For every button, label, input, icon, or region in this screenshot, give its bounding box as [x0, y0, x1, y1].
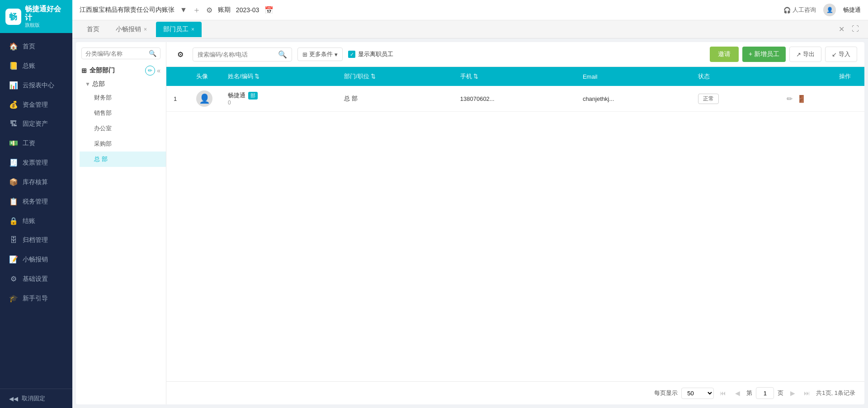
col-action: 操作	[779, 67, 864, 86]
page-word: 第	[746, 389, 752, 397]
cell-name: 畅捷通 部 0	[221, 86, 337, 112]
dept-tree: ▼ 总部 财务部 销售部 办公室 采购部 总 部	[76, 78, 166, 167]
dept-panel: 🔍 ⊞ 全部部门 ✏ « ▼ 总部 财务部 销售部 办公室	[76, 42, 166, 404]
sidebar-item-guide[interactable]: 🎓新手引导	[0, 289, 72, 308]
tab-close-expense[interactable]: ×	[144, 26, 147, 33]
page-label: 页	[778, 389, 783, 397]
expense-icon: 📝	[9, 255, 18, 264]
sidebar-item-tax[interactable]: 📋税务管理	[0, 192, 72, 211]
dept-item-sales[interactable]: 销售部	[80, 105, 166, 121]
sidebar-item-assets[interactable]: 🏗固定资产	[0, 114, 72, 133]
sidebar-item-settings[interactable]: ⚙基础设置	[0, 269, 72, 289]
cell-phone: 138070602...	[453, 86, 576, 112]
employee-search-box[interactable]: 🔍	[193, 47, 292, 62]
company-name: 江西服宝精品有限责任公司内账张	[80, 6, 175, 14]
settings-col-icon[interactable]: ⚙	[174, 50, 187, 59]
edit-employee-button[interactable]: ✏	[787, 95, 793, 103]
inventory-icon: 📦	[9, 178, 18, 186]
cell-num: 1	[166, 86, 189, 112]
company-dropdown-icon[interactable]: ▼	[180, 6, 187, 14]
sidebar-item-close[interactable]: 🔒结账	[0, 211, 72, 231]
dept-collapse-icon[interactable]: «	[157, 67, 160, 74]
dept-header-icons: ✏ «	[145, 66, 160, 76]
logout-employee-button[interactable]: 🚪	[797, 95, 806, 103]
dept-item-general[interactable]: 总 部	[80, 152, 166, 167]
archive-icon: 🗄	[9, 236, 18, 244]
tab-employees[interactable]: 部门员工×	[156, 22, 202, 37]
col-email: Email	[576, 67, 691, 86]
home-icon: 🏠	[9, 42, 18, 51]
settings-icon: ⚙	[9, 275, 18, 283]
employee-name: 畅捷通	[228, 91, 245, 100]
tab-label-employees: 部门员工	[163, 25, 189, 33]
next-page-button[interactable]: ▶	[787, 388, 798, 399]
sidebar-item-label-invoice: 发票管理	[23, 159, 48, 167]
ledger-icon: 📒	[9, 62, 18, 70]
dept-edit-button[interactable]: ✏	[145, 66, 155, 76]
sidebar-item-salary[interactable]: 💵工资	[0, 133, 72, 153]
dept-search-input[interactable]	[85, 50, 147, 57]
close-all-tab-button[interactable]: ✕	[837, 23, 846, 35]
tab-close-employees[interactable]: ×	[191, 26, 194, 33]
sidebar-item-reports[interactable]: 📊云报表中心	[0, 76, 72, 95]
sidebar-item-label-home: 首页	[23, 43, 35, 51]
add-employee-button[interactable]: + 新增员工	[742, 47, 786, 62]
dept-item-office[interactable]: 办公室	[80, 121, 166, 136]
action-icons: ✏ 🚪	[787, 95, 857, 103]
sidebar-item-label-assets: 固定资产	[23, 120, 48, 128]
employee-search-input[interactable]	[198, 51, 275, 58]
col-name[interactable]: 姓名/编码 ⇅	[221, 67, 337, 86]
sidebar: 畅 畅捷通好会计 旗舰版 🏠首页📒总账📊云报表中心💰资金管理🏗固定资产💵工资🧾发…	[0, 0, 72, 408]
avatar: 👤	[196, 90, 212, 107]
table-row: 1 👤 畅捷通 部 0 总 部 138070602... chanjethkj.…	[166, 86, 864, 112]
service-button[interactable]: 🎧 人工咨询	[783, 6, 816, 14]
dept-item-purchase[interactable]: 采购部	[80, 136, 166, 152]
all-dept-header[interactable]: ⊞ 全部部门 ✏ «	[76, 63, 166, 78]
last-page-button[interactable]: ⏭	[802, 388, 812, 399]
export-icon: ↗	[796, 51, 801, 58]
settings-icon[interactable]: ⚙	[206, 6, 212, 14]
page-total: 共1页, 1条记录	[816, 389, 855, 397]
employee-table-wrap: 头像 姓名/编码 ⇅ 部门/职位 ⇅ 手机 ⇅ Email 状态	[166, 67, 864, 381]
tab-expense[interactable]: 小畅报销×	[108, 22, 154, 37]
col-dept[interactable]: 部门/职位 ⇅	[337, 67, 453, 86]
sidebar-nav: 🏠首页📒总账📊云报表中心💰资金管理🏗固定资产💵工资🧾发票管理📦库存核算📋税务管理…	[0, 33, 72, 389]
sidebar-item-label-salary: 工资	[23, 139, 35, 147]
export-button[interactable]: ↗ 导出	[789, 47, 821, 62]
dept-group-head: ▼ 总部	[80, 78, 166, 90]
sidebar-item-inventory[interactable]: 📦库存核算	[0, 172, 72, 192]
tab-home[interactable]: 首页	[80, 22, 107, 37]
more-filter-button[interactable]: ⊞ 更多条件 ▾	[297, 47, 343, 61]
calendar-icon[interactable]: 📅	[264, 6, 274, 14]
add-company-button[interactable]: ＋	[193, 5, 201, 15]
sidebar-item-expense[interactable]: 📝小畅报销	[0, 250, 72, 269]
sidebar-item-invoice[interactable]: 🧾发票管理	[0, 153, 72, 172]
sidebar-item-label-close: 结账	[23, 217, 35, 225]
prev-page-button[interactable]: ◀	[732, 388, 743, 399]
filter-chevron-icon: ▾	[335, 51, 338, 58]
employee-search-icon: 🔍	[278, 50, 287, 59]
dept-badge: 部	[248, 92, 258, 100]
cell-avatar: 👤	[189, 86, 221, 112]
sidebar-item-label-funds: 资金管理	[23, 101, 48, 109]
sidebar-item-archive[interactable]: 🗄归档管理	[0, 231, 72, 250]
invoice-icon: 🧾	[9, 158, 18, 167]
cancel-pin-button[interactable]: ◀◀ 取消固定	[0, 389, 72, 408]
page-number-input[interactable]	[756, 387, 774, 399]
import-button[interactable]: ↙ 导入	[825, 47, 857, 62]
page-size-select[interactable]: 50 100 200	[681, 388, 714, 399]
col-phone[interactable]: 手机 ⇅	[453, 67, 576, 86]
dept-item-finance[interactable]: 财务部	[80, 90, 166, 105]
sidebar-item-ledger[interactable]: 📒总账	[0, 56, 72, 76]
sidebar-item-funds[interactable]: 💰资金管理	[0, 95, 72, 114]
first-page-button[interactable]: ⏮	[717, 388, 728, 399]
salary-icon: 💵	[9, 139, 18, 147]
invite-button[interactable]: 邀请	[710, 47, 739, 62]
sidebar-item-home[interactable]: 🏠首页	[0, 37, 72, 56]
logo-icon: 畅	[5, 9, 21, 25]
dept-search-box[interactable]: 🔍	[81, 47, 160, 59]
sidebar-item-label-reports: 云报表中心	[23, 81, 54, 90]
show-resigned-checkbox[interactable]: ✓ 显示离职员工	[348, 50, 393, 58]
expand-tab-button[interactable]: ⛶	[850, 23, 861, 35]
sidebar-item-label-expense: 小畅报销	[23, 256, 48, 264]
